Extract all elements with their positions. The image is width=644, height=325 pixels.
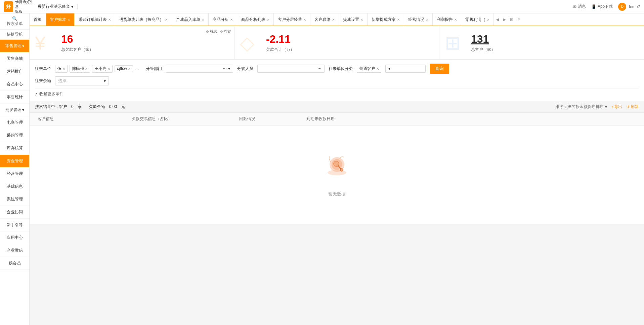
tab-close-product-analysis[interactable]: ✕ [230,18,233,22]
more-tags-btn[interactable]: … [135,66,139,71]
tab-product-analysis-list[interactable]: 商品分析列表 ✕ [237,13,274,26]
export-button[interactable]: ↑ 导出 [611,104,622,110]
tab-retail-profit-label: 零售利润（ [465,17,485,23]
filter-tag-4-close[interactable]: ✕ [128,67,131,71]
app-download-label: App下载 [598,4,613,9]
sidebar-item-label-finance: 资金管理 [7,158,23,163]
tab-close-retail-profit[interactable]: ✕ [487,18,489,22]
sidebar-item-finance[interactable]: 资金管理 [0,155,29,168]
tab-customer-tier[interactable]: 客户分层经营 ✕ [274,13,310,26]
tab-customer-tier-label: 客户分层经营 [278,17,302,23]
sidebar-item-member[interactable]: 会员中心 [0,78,29,91]
refresh-button[interactable]: ↺ 刷新 [626,104,639,110]
filter-unit-category-close[interactable]: ✕ [376,67,379,71]
result-amount-unit: 元 [121,104,125,109]
result-actions: 排序：按欠款金额倒序排序 ▾ ↑ 导出 ↺ 刷新 [555,104,639,110]
sidebar-item-inventory[interactable]: 库存核算 [0,142,29,155]
sidebar-item-ecommerce[interactable]: 电商管理 [0,116,29,129]
tab-new-raise-plan[interactable]: 新增提成方案 ✕ [368,13,404,26]
filter-person-select[interactable]: ⋯ [257,65,325,73]
tab-close-customer-tier[interactable]: ✕ [303,18,306,22]
store-selector[interactable]: 母婴行业演示账套 ▾ [34,4,78,9]
tab-close-product-instock[interactable]: ✕ [202,18,204,22]
filter-tag-3-close[interactable]: ✕ [108,67,110,71]
tab-raise-settings[interactable]: 提成设置 ✕ [339,13,368,26]
stats-area: ¥ 16 总欠款客户（家） ⊙ 视频 ⊙ 帮助 ◇ -2.11 欠款合计 [30,26,644,60]
sidebar-item-member-vip[interactable]: 畅会员 [0,257,29,270]
filter-area: 往来单位 伍 ✕ 陈民强 ✕ 王小亮 ✕ [30,60,644,101]
table-col-1: 欠款交易信息（占比） [129,116,237,122]
sidebar-item-retail-stats[interactable]: 零售统计 [0,91,29,104]
sidebar-item-label-retail-mall: 零售商城 [7,56,23,61]
tab-retail-profit[interactable]: 零售利润（ ✕ [461,13,494,26]
tab-close-new-raise-plan[interactable]: ✕ [397,18,400,22]
sidebar-item-label-inventory: 库存核算 [7,146,23,150]
logo-icon: 好 [4,1,13,12]
tab-customer-connect[interactable]: 客户联络 ✕ [310,13,339,26]
tab-nav-prev[interactable]: ◀ [494,13,501,26]
sort-select[interactable]: 排序：按欠款金额倒序排序 ▾ [555,104,607,110]
filter-dept-label: 分管部门 [146,66,162,72]
app-download-button[interactable]: 📱 App下载 [591,4,613,9]
sidebar-quick-nav[interactable]: 快捷导航 [0,30,29,40]
tab-close-incoming-stats[interactable]: ✕ [165,18,168,22]
tab-bar: 首页 客户账本 ✕ 采购订单统计表 ✕ 进货单统计表（按商品） ✕ 产成品入库单… [30,13,644,26]
chevron-icon-wholesale: ▾ [22,108,24,112]
tab-close-raise-settings[interactable]: ✕ [360,18,363,22]
tab-close-customer-connect[interactable]: ✕ [332,18,335,22]
sidebar-item-system[interactable]: 系统管理 [0,193,29,206]
sidebar-search[interactable]: 🔍 搜索菜单 [0,13,29,30]
sidebar-item-purchase[interactable]: 采购管理 [0,129,29,142]
message-icon: ✉ [573,4,576,9]
sidebar-item-enterprise-wechat[interactable]: 企业微信 [0,244,29,257]
stat-label-customers: 总欠款客户（家） [61,47,93,52]
sidebar-item-app-center[interactable]: 应用中心 [0,231,29,244]
tab-nav-menu[interactable]: ⊞ [508,13,515,26]
table-col-3: 到期未收款日期 [304,116,639,122]
query-button[interactable]: 查询 [430,64,449,74]
sidebar-item-enterprise-coop[interactable]: 企业协同 [0,206,29,219]
tab-purchase-order[interactable]: 采购订单统计表 ✕ [75,13,115,26]
tab-close-all[interactable]: ✕ [515,13,523,26]
tab-close-product-analysis-list[interactable]: ✕ [267,18,269,22]
filter-tag-2-close[interactable]: ✕ [85,67,88,71]
user-profile[interactable]: D demo2 [618,3,640,11]
sidebar: 🔍 搜索菜单 快捷导航 零售管理 ▾ 零售商城 营销推广 会员中心 零售统计 批… [0,13,30,325]
sidebar-item-wholesale[interactable]: 批发管理 ▾ [0,104,29,116]
tab-close-profit-report[interactable]: ✕ [454,18,457,22]
tab-nav-next[interactable]: ▶ [501,13,508,26]
tab-profit-report[interactable]: 利润报告 ✕ [433,13,461,26]
tab-purchase-order-label: 采购订单统计表 [79,17,107,23]
tab-close-purchase-order[interactable]: ✕ [108,18,111,22]
sidebar-item-new-guide[interactable]: 新手引导 [0,219,29,231]
svg-point-5 [340,169,343,171]
collapse-button[interactable]: ∧ 收起更多条件 [35,91,639,97]
tab-business-situation[interactable]: 经营情况 ✕ [404,13,433,26]
tab-incoming-stats[interactable]: 进货单统计表（按商品） ✕ [115,13,172,26]
sidebar-item-retail-mall[interactable]: 零售商城 [0,52,29,65]
sidebar-item-label-new-guide: 新手引导 [7,222,23,227]
stat-bg-icon-1: ¥ [35,32,45,54]
filter-dept-select[interactable]: ⋯ ▾ [166,65,233,73]
doc-help-btn[interactable]: ⊙ 帮助 [220,29,231,34]
message-button[interactable]: ✉ 消息 [573,4,586,9]
tab-close-customer-book[interactable]: ✕ [68,18,70,22]
filter-remainder-placeholder: 选择... [58,78,70,84]
filter-tag-1-close[interactable]: ✕ [62,67,65,71]
sidebar-item-retail[interactable]: 零售管理 ▾ [0,40,29,52]
filter-unit-category-tags: 普通客户 ✕ [357,65,381,73]
refresh-icon: ↺ [626,105,630,109]
tab-home[interactable]: 首页 [30,13,46,26]
filter-remainder-select[interactable]: 选择... ▾ [55,76,109,85]
sidebar-item-marketing[interactable]: 营销推广 [0,65,29,78]
filter-unit-category-select[interactable]: ▾ [385,65,426,73]
filter-tag-4: cjttcw ✕ [115,65,133,72]
sidebar-item-basic-info[interactable]: 基础信息 [0,180,29,193]
sidebar-item-operations[interactable]: 经营管理 [0,168,29,180]
tab-customer-book[interactable]: 客户账本 ✕ [46,13,75,26]
tab-close-business-situation[interactable]: ✕ [426,18,428,22]
tab-product-instock[interactable]: 产成品入库单 ✕ [172,13,209,26]
filter-unit-category-tag-text: 普通客户 [359,66,375,72]
tab-product-analysis[interactable]: 商品分析 ✕ [209,13,237,26]
video-help-btn[interactable]: ⊙ 视频 [206,29,217,34]
